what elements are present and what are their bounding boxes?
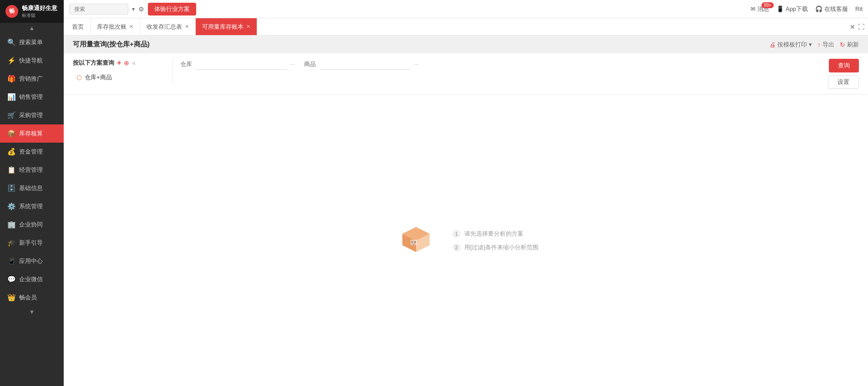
tabs-right: ✕ ⛶ — [850, 18, 868, 35]
page-title: 可用量查询(按仓库+商品) — [73, 40, 150, 49]
sidebar-header: 畅 畅康通好生意 标准版 — [0, 0, 64, 23]
tab-home-label: 首页 — [72, 23, 84, 31]
sidebar-item-label: 营销推广 — [19, 75, 43, 83]
quick-nav-icon: ⚡ — [7, 57, 15, 65]
warehouse-more-btn[interactable]: ··· — [290, 61, 295, 67]
sidebar-item-marketing[interactable]: 🎁 营销推广 — [0, 70, 64, 88]
tip-num-2: 2 — [452, 243, 461, 252]
message-icon: ✉ — [751, 5, 756, 12]
sidebar-item-label: 企业微信 — [19, 275, 43, 283]
topbar-dropdown-btn[interactable]: ▾ — [132, 6, 135, 12]
scheme-label: 仓库+商品 — [85, 73, 112, 82]
filter-scheme-panel: 按以下方案查询 + ⊕ « ⬡ 仓库+商品 — [73, 59, 173, 84]
tip-text-1: 请先选择要分析的方案 — [464, 230, 523, 238]
topbar-industry-btn[interactable]: 体验行业方案 — [148, 3, 196, 15]
tip-text-2: 用[过滤]条件来缩小分析范围 — [464, 243, 538, 252]
topbar-right: ✉ 消息 99+ 📱 App下载 🎧 在线客服 Rit — [751, 5, 863, 13]
sidebar-item-label: 经营管理 — [19, 166, 43, 174]
sidebar-item-search[interactable]: 🔍 搜索菜单 — [0, 33, 64, 51]
company-name: 畅康通好生意 — [22, 5, 57, 12]
sidebar-item-inventory[interactable]: 📦 库存核算 — [0, 124, 64, 143]
inventory-icon: 📦 — [7, 129, 15, 138]
sidebar-item-label: 畅会员 — [19, 293, 37, 302]
page-header: 可用量查询(按仓库+商品) 🖨 按模板打印 ▾ ↑ 导出 ↻ 刷新 — [64, 36, 868, 53]
app-icon: 📱 — [777, 5, 784, 12]
main-content: ▾ ⚙ 体验行业方案 ✉ 消息 99+ 📱 App下载 🎧 在线客服 Rit — [64, 0, 868, 386]
sidebar-item-member[interactable]: 👑 畅会员 — [0, 288, 64, 307]
sidebar-item-finance[interactable]: 💰 资金管理 — [0, 143, 64, 161]
scroll-down-btn[interactable]: ▼ — [0, 307, 64, 317]
purchase-icon: 🛒 — [7, 111, 15, 119]
sidebar-item-quick-nav[interactable]: ⚡ 快捷导航 — [0, 51, 64, 70]
tab-collect-summary[interactable]: 收发存汇总表 ✕ — [140, 18, 196, 35]
sidebar: 畅 畅康通好生意 标准版 ▲ 🔍 搜索菜单 ⚡ 快捷导航 🎁 营销推广 📊 销售… — [0, 0, 64, 386]
print-icon: 🖨 — [769, 41, 776, 48]
tab-expand-btn[interactable]: ⛶ — [858, 23, 864, 31]
scroll-up-btn[interactable]: ▲ — [0, 23, 64, 33]
sidebar-item-label: 企业协同 — [19, 221, 43, 229]
refresh-btn[interactable]: ↻ 刷新 — [840, 41, 859, 49]
content-area: 1 请先选择要分析的方案 2 用[过滤]条件来缩小分析范围 — [64, 95, 868, 386]
tab-close-btn[interactable]: ✕ — [850, 23, 855, 31]
sidebar-item-label: 资金管理 — [19, 148, 43, 156]
settings-btn[interactable]: 设置 — [828, 75, 859, 89]
print-btn[interactable]: 🖨 按模板打印 ▾ — [769, 41, 812, 49]
tab-collect-summary-close[interactable]: ✕ — [185, 24, 189, 30]
empty-tip-1: 1 请先选择要分析的方案 — [452, 230, 538, 238]
sidebar-item-purchase[interactable]: 🛒 采购管理 — [0, 106, 64, 124]
sidebar-item-sales[interactable]: 📊 销售管理 — [0, 88, 64, 106]
query-btn[interactable]: 查询 — [829, 59, 859, 72]
sidebar-item-label: 新手引导 — [19, 239, 43, 247]
msg-badge: 99+ — [761, 2, 774, 8]
member-icon: 👑 — [7, 293, 15, 302]
filter-settings-btn[interactable]: ⊕ — [124, 59, 129, 67]
product-input[interactable] — [320, 59, 411, 70]
topbar-user-btn[interactable]: Rit — [855, 5, 863, 12]
edition-label: 标准版 — [22, 12, 57, 18]
sidebar-item-label: 销售管理 — [19, 93, 43, 101]
tab-available-book[interactable]: 可用量库存账本 ✕ — [196, 18, 257, 35]
tab-home[interactable]: 首页 — [66, 18, 91, 35]
topbar: ▾ ⚙ 体验行业方案 ✉ 消息 99+ 📱 App下载 🎧 在线客服 Rit — [64, 0, 868, 18]
export-icon: ↑ — [817, 41, 821, 48]
service-icon: 🎧 — [815, 5, 822, 12]
svg-point-5 — [414, 241, 416, 243]
sidebar-item-label: 采购管理 — [19, 111, 43, 119]
sidebar-item-label: 应用中心 — [19, 257, 43, 265]
sidebar-item-wechat[interactable]: 💬 企业微信 — [0, 270, 64, 288]
filter-field-product: 商品 ··· — [304, 59, 419, 70]
newbie-icon: 🎓 — [7, 239, 15, 247]
export-btn[interactable]: ↑ 导出 — [817, 41, 834, 49]
sidebar-header-text: 畅康通好生意 标准版 — [22, 5, 57, 18]
warehouse-input[interactable] — [196, 59, 287, 70]
filter-fields: 仓库 ··· 商品 ··· — [173, 59, 823, 70]
sidebar-item-enterprise[interactable]: 🏢 企业协同 — [0, 216, 64, 234]
topbar-service-btn[interactable]: 🎧 在线客服 — [815, 5, 848, 13]
tab-batch-account[interactable]: 库存批次账 ✕ — [91, 18, 140, 35]
sidebar-item-newbie[interactable]: 🎓 新手引导 — [0, 234, 64, 252]
basic-icon: 🗄️ — [7, 184, 15, 192]
sidebar-item-basic[interactable]: 🗄️ 基础信息 — [0, 179, 64, 197]
topbar-gear-btn[interactable]: ⚙ — [138, 5, 144, 13]
appstore-icon: 📱 — [7, 257, 15, 265]
sidebar-item-label: 库存核算 — [19, 129, 43, 138]
filter-collapse-btn[interactable]: « — [132, 59, 136, 67]
warehouse-label: 仓库 — [180, 60, 192, 68]
sidebar-item-label: 系统管理 — [19, 202, 43, 211]
system-icon: ⚙️ — [7, 202, 15, 211]
sidebar-item-appstore[interactable]: 📱 应用中心 — [0, 252, 64, 270]
topbar-search-input[interactable] — [69, 4, 128, 15]
sidebar-item-operations[interactable]: 📋 经营管理 — [0, 161, 64, 179]
tab-batch-account-close[interactable]: ✕ — [129, 24, 133, 30]
sidebar-item-system[interactable]: ⚙️ 系统管理 — [0, 197, 64, 216]
svg-point-4 — [411, 241, 413, 243]
tab-available-book-close[interactable]: ✕ — [246, 24, 250, 30]
topbar-app-btn[interactable]: 📱 App下载 — [777, 5, 808, 13]
topbar-msg-btn[interactable]: ✉ 消息 99+ — [751, 5, 769, 13]
product-more-btn[interactable]: ··· — [414, 61, 419, 67]
filter-scheme-title: 按以下方案查询 — [73, 59, 114, 67]
filter-scheme-item[interactable]: ⬡ 仓库+商品 — [73, 71, 167, 84]
empty-tips: 1 请先选择要分析的方案 2 用[过滤]条件来缩小分析范围 — [452, 230, 538, 252]
filter-add-btn[interactable]: + — [117, 59, 121, 67]
product-label: 商品 — [304, 60, 316, 68]
